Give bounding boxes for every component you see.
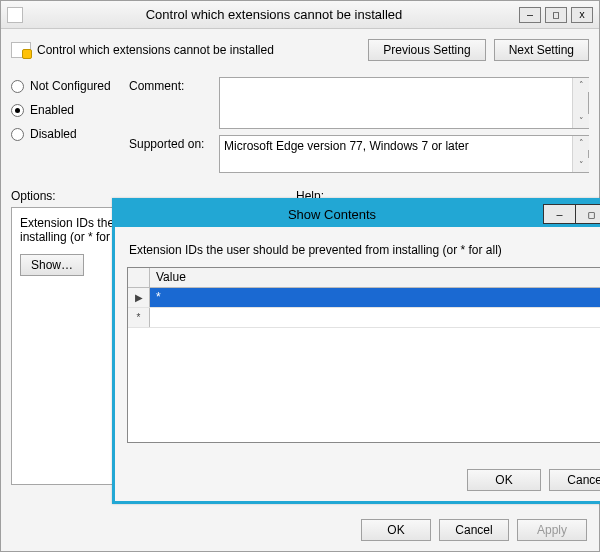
radio-icon xyxy=(11,104,24,117)
radio-label: Not Configured xyxy=(30,79,111,93)
grid-cell[interactable]: * xyxy=(150,288,600,307)
modal-cancel-button[interactable]: Cancel xyxy=(549,469,600,491)
titlebar: Control which extensions cannot be insta… xyxy=(1,1,599,29)
modal-title: Show Contents xyxy=(121,207,543,222)
dialog-footer: OK Cancel Apply xyxy=(361,519,587,541)
radio-disabled[interactable]: Disabled xyxy=(11,127,129,141)
previous-setting-button[interactable]: Previous Setting xyxy=(368,39,485,61)
grid-row[interactable]: ▶ * xyxy=(128,288,600,308)
radio-icon xyxy=(11,80,24,93)
scroll-down-icon[interactable]: ˅ xyxy=(573,114,589,128)
grid-corner xyxy=(128,268,150,287)
column-header-value[interactable]: Value xyxy=(150,268,600,287)
supported-value: Microsoft Edge version 77, Windows 7 or … xyxy=(224,139,469,153)
scroll-up-icon[interactable]: ˄ xyxy=(573,136,589,150)
modal-body: Extension IDs the user should be prevent… xyxy=(115,227,600,501)
show-contents-dialog: Show Contents — □ x Extension IDs the us… xyxy=(112,198,600,504)
state-radios: Not Configured Enabled Disabled xyxy=(11,77,129,179)
close-button[interactable]: x xyxy=(571,7,593,23)
modal-caption: Extension IDs the user should be prevent… xyxy=(129,243,600,257)
config-area: Not Configured Enabled Disabled Comment: xyxy=(11,77,589,179)
radio-enabled[interactable]: Enabled xyxy=(11,103,129,117)
row-indicator-icon: ▶ xyxy=(128,288,150,307)
value-grid[interactable]: Value ▶ * * xyxy=(127,267,600,443)
row-indicator-icon: * xyxy=(128,308,150,327)
scrollbar[interactable]: ˄ ˅ xyxy=(572,136,588,172)
modal-ok-button[interactable]: OK xyxy=(467,469,541,491)
supported-on-field: Microsoft Edge version 77, Windows 7 or … xyxy=(219,135,589,173)
next-setting-button[interactable]: Next Setting xyxy=(494,39,589,61)
grid-header: Value xyxy=(128,268,600,288)
radio-icon xyxy=(11,128,24,141)
scroll-down-icon[interactable]: ˅ xyxy=(573,158,589,172)
radio-label: Disabled xyxy=(30,127,77,141)
ok-button[interactable]: OK xyxy=(361,519,431,541)
grid-row[interactable]: * xyxy=(128,308,600,328)
maximize-button[interactable]: □ xyxy=(545,7,567,23)
apply-button[interactable]: Apply xyxy=(517,519,587,541)
subheader: Control which extensions cannot be insta… xyxy=(11,35,589,65)
policy-icon xyxy=(7,7,23,23)
minimize-button[interactable]: — xyxy=(519,7,541,23)
cancel-button[interactable]: Cancel xyxy=(439,519,509,541)
scrollbar[interactable]: ˄ ˅ xyxy=(572,78,588,128)
modal-window-controls: — □ x xyxy=(543,204,600,224)
grid-cell[interactable] xyxy=(150,308,600,327)
modal-maximize-button[interactable]: □ xyxy=(575,204,600,224)
comment-input[interactable]: ˄ ˅ xyxy=(219,77,589,129)
show-button[interactable]: Show… xyxy=(20,254,84,276)
setting-title: Control which extensions cannot be insta… xyxy=(37,43,368,57)
radio-not-configured[interactable]: Not Configured xyxy=(11,79,129,93)
scroll-up-icon[interactable]: ˄ xyxy=(573,78,589,92)
radio-label: Enabled xyxy=(30,103,74,117)
modal-footer: OK Cancel xyxy=(467,469,600,491)
modal-titlebar: Show Contents — □ x xyxy=(115,201,600,227)
window-title: Control which extensions cannot be insta… xyxy=(29,7,519,22)
setting-icon xyxy=(11,42,31,58)
window-controls: — □ x xyxy=(519,7,593,23)
supported-label: Supported on: xyxy=(129,135,219,173)
modal-minimize-button[interactable]: — xyxy=(543,204,575,224)
comment-label: Comment: xyxy=(129,77,219,129)
fields-column: Comment: ˄ ˅ Supported on: Microsoft Edg… xyxy=(129,77,589,179)
